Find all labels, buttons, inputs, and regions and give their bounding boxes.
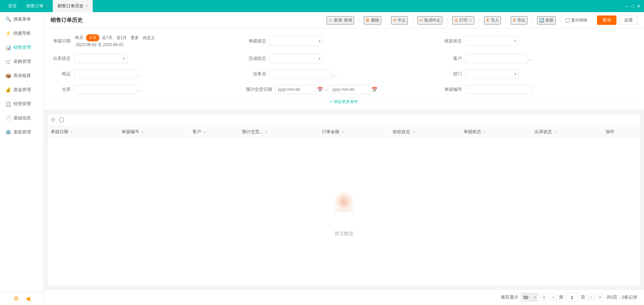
sort-order-status-icon[interactable]: ⇅ — [483, 130, 486, 134]
window-minimize[interactable]: — — [625, 4, 629, 9]
salesperson-input[interactable] — [269, 69, 332, 79]
sidebar-item-finance[interactable]: 💰 资金管理 — [0, 83, 43, 97]
order-no-input[interactable] — [465, 85, 532, 94]
operations-icon: 📋 — [5, 101, 11, 107]
warehouse-input[interactable] — [74, 85, 136, 94]
sidebar-label-purchase-mgmt: 采购管理 — [13, 59, 31, 65]
receipt-status-select[interactable] — [465, 36, 519, 46]
divider-8 — [560, 18, 561, 23]
export-button[interactable]: ⬇ 导出 — [511, 16, 527, 25]
show-detail-checkbox-label[interactable]: 显示明细 — [565, 17, 587, 23]
refresh-button[interactable]: 🔄 刷新 — [537, 16, 556, 25]
sort-delivery-icon[interactable]: ⇅ — [265, 130, 268, 134]
window-close[interactable]: ✕ — [637, 4, 641, 9]
import-button[interactable]: ⬆ 导入 — [484, 16, 501, 25]
window-controls: — □ ✕ — [625, 4, 641, 9]
customer-input[interactable] — [465, 54, 528, 63]
table-settings-icon[interactable]: ⚙ — [51, 117, 55, 123]
show-detail-checkbox[interactable] — [565, 18, 570, 23]
sort-receipt-icon[interactable]: ⇅ — [412, 130, 415, 134]
department-select[interactable] — [465, 69, 519, 79]
tab-sales-order-history-label: 销售订单历史 — [57, 3, 84, 9]
select-all-checkbox[interactable] — [59, 118, 64, 122]
date-btn-today[interactable]: 今天 — [86, 34, 99, 41]
print-button[interactable]: 🖨 打印 ▼ — [452, 16, 474, 25]
sidebar-item-search-menu[interactable]: 🔍 搜索菜单 — [0, 12, 43, 26]
page-suffix: 页 — [581, 294, 585, 300]
product-dots[interactable]: ... — [137, 71, 141, 77]
date-btn-custom[interactable]: 自定义 — [141, 34, 156, 41]
pagination: 每页显示 50 10 20 100 ▼ « ‹ 第 页 › » 共0页，0条记录 — [44, 289, 644, 305]
tab-sales-order-history-close[interactable]: × — [86, 4, 88, 8]
sidebar-collapse-icon[interactable]: ◀ — [26, 295, 30, 302]
per-page-label: 每页显示 — [501, 294, 518, 300]
warehouse-dots[interactable]: ... — [137, 86, 141, 92]
sort-amount-icon[interactable]: ⇅ — [341, 130, 344, 134]
delivery-date-to[interactable] — [330, 85, 370, 94]
calendar-from-icon[interactable]: 📅 — [317, 87, 323, 92]
date-btn-yesterday[interactable]: 昨天 — [74, 34, 85, 41]
prev-page-button[interactable]: ‹ — [550, 294, 556, 301]
search-menu-icon: 🔍 — [5, 16, 11, 22]
cancel-stop-label: 取消中止 — [424, 17, 440, 23]
tab-sales-order-close[interactable]: × — [46, 4, 48, 8]
cancel-stop-icon: ↩ — [420, 18, 423, 23]
th-order-status: 单据状态 ⇅ — [460, 126, 531, 138]
tab-sales-order[interactable]: 销售订单 × — [22, 0, 53, 12]
divider-6 — [506, 18, 506, 23]
per-page-select[interactable]: 50 10 20 100 — [521, 293, 538, 302]
last-page-button[interactable]: » — [597, 294, 604, 301]
complete-select[interactable] — [269, 54, 323, 63]
delete-label: 删除 — [371, 17, 379, 23]
print-label: 打印 — [460, 17, 468, 23]
date-btn-1month[interactable]: 近1月 — [115, 34, 128, 41]
salesperson-label: 业务员 — [246, 71, 269, 77]
sidebar-item-sales-mgmt[interactable]: 📊 销售管理 — [0, 40, 43, 54]
salesperson-dots[interactable]: ... — [333, 71, 337, 77]
delivery-date-from[interactable] — [275, 85, 316, 94]
next-page-button[interactable]: › — [588, 294, 594, 301]
calendar-to-icon[interactable]: 📅 — [372, 87, 377, 92]
cancel-stop-button[interactable]: ↩ 取消中止 — [418, 16, 442, 25]
sort-customer-icon[interactable]: ⇅ — [203, 130, 206, 134]
first-page-button[interactable]: « — [541, 294, 548, 301]
sort-outbound-icon[interactable]: ⇅ — [554, 130, 557, 134]
sidebar-item-purchase-mgmt[interactable]: 🛒 采购管理 — [0, 54, 43, 69]
product-input[interactable] — [74, 69, 136, 79]
new-label: 新增 — [344, 17, 352, 23]
divider-4 — [447, 18, 447, 23]
filter-product-cell: 商品 ... — [50, 68, 246, 80]
sidebar-label-base-info: 基础信息 — [13, 115, 31, 121]
delete-button[interactable]: 🗑 删除 — [364, 16, 381, 25]
page-title: 销售订单历史 — [50, 17, 83, 24]
stop-icon: ⊘ — [393, 18, 396, 23]
tab-sales-order-history[interactable]: 销售订单历史 × — [53, 0, 93, 12]
outbound-select[interactable] — [74, 54, 128, 63]
sidebar-label-finance: 资金管理 — [13, 87, 31, 93]
customer-dots[interactable]: ... — [528, 55, 533, 62]
sort-number-icon[interactable]: ⇅ — [141, 130, 144, 134]
settings-button[interactable]: 设置 — [620, 15, 637, 25]
status-select[interactable] — [269, 36, 323, 46]
tab-home[interactable]: 首页 — [3, 0, 22, 12]
stop-button[interactable]: ⊘ 中止 — [391, 16, 408, 25]
page-input[interactable] — [566, 293, 578, 302]
sidebar-item-operations[interactable]: 📋 经营管理 — [0, 97, 43, 111]
date-btn-7days[interactable]: 近7天 — [101, 34, 114, 41]
sidebar-item-base-info[interactable]: 📄 基础信息 — [0, 111, 43, 125]
sidebar-item-quick-nav[interactable]: ⚡ 快捷导航 — [0, 26, 43, 40]
sidebar-item-inventory[interactable]: 📦 库存核算 — [0, 69, 43, 83]
print-arrow: ▼ — [469, 18, 472, 22]
window-maximize[interactable]: □ — [632, 4, 634, 9]
new-button[interactable]: ＋ 新增新增 — [327, 16, 354, 25]
sort-date-icon[interactable]: ⇅ — [70, 130, 73, 134]
date-btn-more[interactable]: 更多 — [129, 34, 140, 41]
sidebar-item-system-mgmt[interactable]: ⚙️ 系统管理 — [0, 125, 43, 139]
empty-icon — [327, 187, 361, 227]
sidebar-label-search-menu: 搜索菜单 — [13, 16, 31, 22]
query-button[interactable]: 查询 — [597, 15, 616, 25]
sidebar-settings-icon[interactable]: ⚙ — [13, 295, 19, 302]
collapse-bar[interactable]: ∧ 收起更多条件 — [50, 97, 637, 106]
filter-status-cell: 单据状态 ▼ — [246, 33, 441, 49]
sidebar-label-sales-mgmt: 销售管理 — [13, 44, 31, 50]
